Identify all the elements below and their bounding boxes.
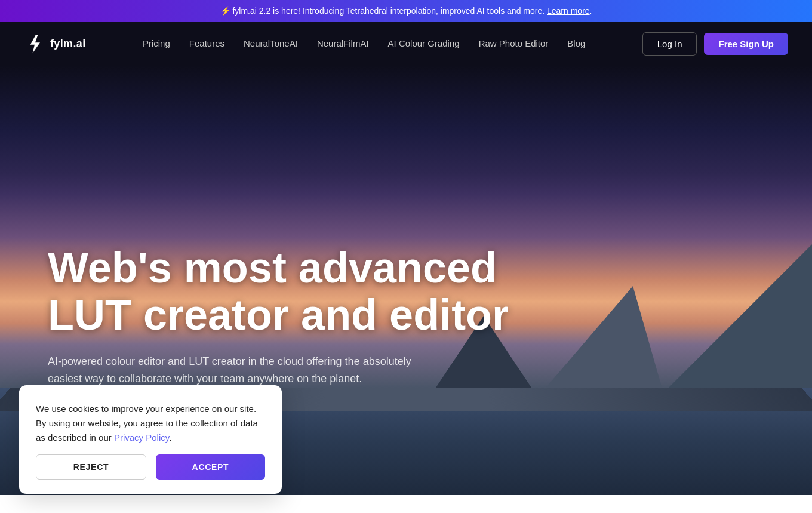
cookie-actions: REJECT ACCEPT: [36, 454, 265, 480]
logo-link[interactable]: fylm.ai: [24, 33, 86, 54]
nav-item-neuralfilmai[interactable]: NeuralFilmAI: [317, 38, 369, 49]
hero-subtitle: AI-powered colour editor and LUT creator…: [48, 353, 418, 388]
hero-content: Web's most advanced LUT creator and edit…: [48, 244, 509, 388]
nav-item-ai-colour-grading[interactable]: AI Colour Grading: [388, 38, 460, 49]
hero-title: Web's most advanced LUT creator and edit…: [48, 244, 509, 339]
privacy-policy-link[interactable]: Privacy Policy: [114, 432, 169, 443]
nav-item-features[interactable]: Features: [189, 38, 224, 49]
navbar: fylm.ai Pricing Features NeuralToneAI Ne…: [0, 22, 812, 65]
hero-title-line2: LUT creator and editor: [48, 291, 509, 339]
nav-item-pricing[interactable]: Pricing: [143, 38, 170, 49]
accept-button[interactable]: ACCEPT: [156, 454, 265, 480]
cookie-banner: We use cookies to improve your experienc…: [19, 385, 282, 494]
nav-actions: Log In Free Sign Up: [642, 32, 788, 56]
nav-links: Pricing Features NeuralToneAI NeuralFilm…: [143, 38, 585, 49]
nav-item-blog[interactable]: Blog: [567, 38, 585, 49]
announcement-text: ⚡ fylm.ai 2.2 is here! Introducing Tetra…: [220, 6, 545, 16]
hero-title-line1: Web's most advanced: [48, 244, 497, 291]
cookie-text: We use cookies to improve your experienc…: [36, 402, 265, 445]
nav-item-raw-photo-editor[interactable]: Raw Photo Editor: [479, 38, 549, 49]
announcement-bar: ⚡ fylm.ai 2.2 is here! Introducing Tetra…: [0, 0, 812, 22]
signup-button[interactable]: Free Sign Up: [704, 33, 788, 55]
logo-text: fylm.ai: [50, 38, 86, 50]
login-button[interactable]: Log In: [642, 32, 697, 56]
logo-icon: [24, 33, 45, 54]
nav-item-neuraltoneai[interactable]: NeuralToneAI: [244, 38, 298, 49]
announcement-link[interactable]: Learn more: [547, 6, 590, 16]
reject-button[interactable]: REJECT: [36, 454, 146, 480]
